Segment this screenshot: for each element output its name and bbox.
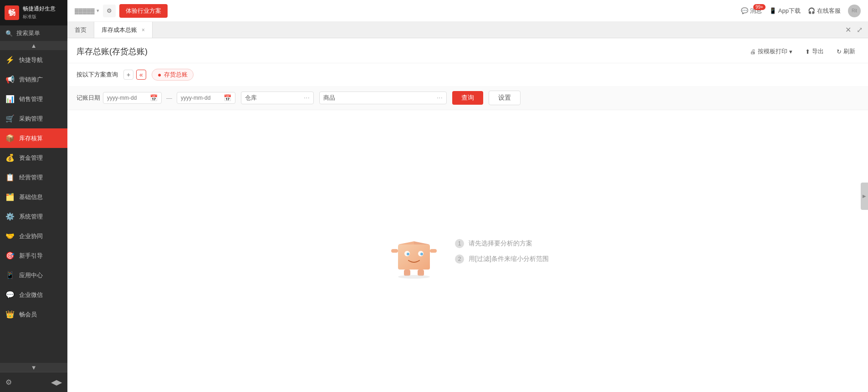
export-icon: ⬆ xyxy=(805,48,810,55)
sidebar-item-finance[interactable]: 💰 资金管理 xyxy=(0,148,67,168)
message-icon: 💬 xyxy=(741,7,748,14)
topbar-right: 💬 消息 99+ 📱 App下载 🎧 在线客服 Rit xyxy=(741,5,861,17)
app-name: 畅捷通好生意 xyxy=(23,5,56,13)
gear-icon: ⚙ xyxy=(107,7,112,14)
sidebar-item-inventory[interactable]: 📦 库存核算 xyxy=(0,128,67,148)
right-panel-toggle[interactable]: ▶ xyxy=(861,183,868,210)
filter-collapse-button[interactable]: « xyxy=(136,70,146,80)
message-badge: 99+ xyxy=(753,4,766,10)
calendar-end-icon[interactable]: 📅 xyxy=(224,94,231,102)
app-download-label: App下载 xyxy=(778,7,801,15)
query-button[interactable]: 查询 xyxy=(452,91,483,105)
warehouse-selector[interactable]: 仓库 ··· xyxy=(241,92,314,104)
sidebar-item-purchase[interactable]: 🛒 采购管理 xyxy=(0,109,67,128)
sidebar-scroll-down[interactable]: ▼ xyxy=(0,363,67,372)
sidebar-item-wecom[interactable]: 💬 企业微信 xyxy=(0,285,67,305)
sidebar-item-system[interactable]: ⚙️ 系统管理 xyxy=(0,207,67,226)
tab-inventory-ledger[interactable]: 库存成本总账 × xyxy=(94,22,153,38)
export-button[interactable]: ⬆ 导出 xyxy=(802,46,827,57)
logo-icon: 畅 xyxy=(5,5,19,20)
sidebar-item-member[interactable]: 👑 畅会员 xyxy=(0,305,67,324)
page-actions: 🖨 按模板打印 ▾ ⬆ 导出 ↻ 刷新 xyxy=(746,46,859,57)
headset-icon: 🎧 xyxy=(808,7,815,14)
tab-home[interactable]: 首页 xyxy=(67,22,94,38)
inventory-icon: 📦 xyxy=(5,134,15,143)
print-button[interactable]: 🖨 按模板打印 ▾ xyxy=(746,46,796,57)
newguide-icon: 🎯 xyxy=(5,251,15,260)
svg-point-3 xyxy=(407,253,409,255)
operation-icon: 📋 xyxy=(5,173,15,182)
svg-point-9 xyxy=(398,275,430,279)
goods-more-icon[interactable]: ··· xyxy=(437,94,443,102)
sidebar: 畅 畅捷通好生意 标准版 🔍 搜索菜单 ▲ ⚡ 快捷导航 📢 营销推广 📊 销售… xyxy=(0,0,67,392)
main-area: ▓▓▓▓▓ ▾ ⚙ 体验行业方案 💬 消息 99+ 📱 App下载 🎧 在线客服 xyxy=(67,0,868,392)
settings-button[interactable]: ⚙ xyxy=(103,5,116,17)
filter-actions: + « xyxy=(123,70,146,80)
quick-nav-icon: ⚡ xyxy=(5,56,15,64)
svg-rect-8 xyxy=(418,270,424,276)
warehouse-label: 仓库 xyxy=(245,94,302,102)
warehouse-more-icon[interactable]: ··· xyxy=(304,94,310,102)
user-selector[interactable]: ▓▓▓▓▓ ▾ xyxy=(75,8,99,14)
basic-icon: 🗂️ xyxy=(5,193,15,201)
sidebar-item-newguide[interactable]: 🎯 新手引导 xyxy=(0,246,67,265)
sidebar-item-label: 销售管理 xyxy=(19,95,43,103)
app-download-button[interactable]: 📱 App下载 xyxy=(769,7,801,15)
sidebar-item-appcenter[interactable]: 📱 应用中心 xyxy=(0,265,67,285)
appcenter-icon: 📱 xyxy=(5,271,15,280)
empty-illustration xyxy=(387,224,441,279)
sidebar-item-quick-nav[interactable]: ⚡ 快捷导航 xyxy=(0,50,67,70)
chevron-right-icon: ▶ xyxy=(863,193,866,199)
date-end-textbox[interactable] xyxy=(181,95,222,101)
goods-label: 商品 xyxy=(323,94,435,102)
page-title: 库存总账(存货总账) xyxy=(77,46,148,57)
filter-label: 按以下方案查询 xyxy=(77,71,118,79)
message-button[interactable]: 💬 消息 99+ xyxy=(741,7,762,15)
sales-icon: 📊 xyxy=(5,95,15,103)
logo-text-block: 畅捷通好生意 标准版 xyxy=(23,5,56,20)
sidebar-scroll-up[interactable]: ▲ xyxy=(0,41,67,50)
sidebar-item-label: 采购管理 xyxy=(19,115,43,123)
date-field: 记账日期 📅 — 📅 xyxy=(77,92,235,104)
enterprise-icon: 🤝 xyxy=(5,232,15,240)
date-end-input[interactable]: 📅 xyxy=(177,92,235,104)
system-icon: ⚙️ xyxy=(5,212,15,221)
sidebar-item-basic[interactable]: 🗂️ 基础信息 xyxy=(0,187,67,207)
svg-rect-5 xyxy=(391,249,398,253)
online-service-button[interactable]: 🎧 在线客服 xyxy=(808,7,841,15)
sidebar-item-label: 企业微信 xyxy=(19,291,43,299)
date-start-textbox[interactable] xyxy=(107,95,148,101)
print-icon: 🖨 xyxy=(750,48,756,55)
wecom-icon: 💬 xyxy=(5,290,15,299)
sidebar-item-label: 经营管理 xyxy=(19,173,43,182)
filter-add-button[interactable]: + xyxy=(123,70,133,80)
empty-tip-2: 2 用[过滤]条件来缩小分析范围 xyxy=(455,255,549,264)
sidebar-item-enterprise[interactable]: 🤝 企业协同 xyxy=(0,226,67,246)
search-menu[interactable]: 🔍 搜索菜单 xyxy=(0,25,67,41)
settings-button[interactable]: 设置 xyxy=(489,91,521,105)
refresh-button[interactable]: ↻ 刷新 xyxy=(833,46,859,57)
refresh-label: 刷新 xyxy=(843,47,855,56)
sidebar-item-marketing[interactable]: 📢 营销推广 xyxy=(0,70,67,89)
sidebar-item-operation[interactable]: 📋 经营管理 xyxy=(0,168,67,187)
goods-selector[interactable]: 商品 ··· xyxy=(319,92,447,104)
date-label: 记账日期 xyxy=(77,94,100,102)
date-start-input[interactable]: 📅 xyxy=(103,92,162,104)
app-badge: 标准版 xyxy=(23,14,56,20)
tab-close-all-icon[interactable]: ✕ xyxy=(843,24,853,36)
filter-scheme-area: 按以下方案查询 + « ● 存货总账 xyxy=(67,63,868,86)
calendar-start-icon[interactable]: 📅 xyxy=(150,94,158,102)
filter-scheme-tag[interactable]: ● 存货总账 xyxy=(152,69,194,81)
svg-rect-0 xyxy=(398,244,430,270)
fold-icon[interactable]: ◀▶ xyxy=(51,378,62,387)
industry-solution-button[interactable]: 体验行业方案 xyxy=(119,4,168,18)
user-avatar[interactable]: Rit xyxy=(848,5,861,17)
settings-icon[interactable]: ⚙ xyxy=(5,378,12,387)
sidebar-item-sales[interactable]: 📊 销售管理 xyxy=(0,89,67,109)
tab-expand-icon[interactable]: ⤢ xyxy=(855,24,864,36)
tip-num-1: 1 xyxy=(455,239,464,248)
tab-close-icon[interactable]: × xyxy=(142,27,145,33)
scheme-label: 存货总账 xyxy=(164,71,188,79)
sidebar-footer: ⚙ ◀▶ xyxy=(0,372,67,392)
sidebar-item-label: 应用中心 xyxy=(19,271,43,280)
